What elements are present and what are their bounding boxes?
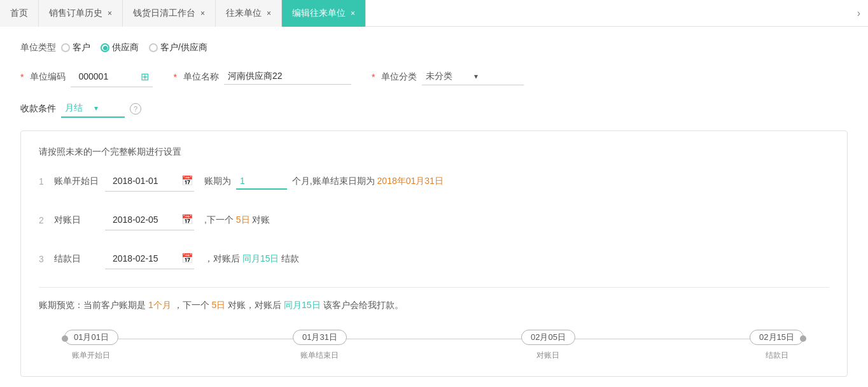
unit-name-label: 单位名称 — [183, 71, 219, 83]
radio-supplier-label: 供应商 — [112, 42, 139, 53]
unit-code-input[interactable] — [74, 69, 138, 84]
unit-code-icon[interactable]: ⊞ — [141, 71, 149, 83]
unit-category-select[interactable]: 未分类 ▾ — [422, 68, 524, 85]
start-date-input-wrapper: 📅 — [105, 171, 194, 192]
row2-desc: ,下一个 5日 对账 — [204, 215, 270, 226]
preview-suffix: 该客户会给我打款。 — [323, 300, 403, 310]
unit-type-field: 单位类型 客户 供应商 客户/供应商 — [20, 42, 207, 53]
settle-date-calendar-icon[interactable]: 📅 — [181, 253, 193, 264]
unit-category-value: 未分类 — [426, 71, 472, 82]
grid-num-2: 2 — [39, 215, 54, 225]
reconcile-date-input[interactable] — [109, 212, 179, 227]
timeline-label-4: 结款日 — [766, 350, 788, 361]
preview-h3: 同月15日 — [284, 300, 321, 310]
timeline-container: 01月01日 账单开始日 01月31日 账单结束日 02月05日 对账日 02月… — [39, 330, 829, 361]
payment-condition-chevron-icon: ▾ — [94, 104, 121, 113]
card-title: 请按照未来的一个完整帐期进行设置 — [39, 146, 829, 158]
preview-prefix: 账期预览：当前客户账期是 — [39, 300, 146, 310]
unit-code-field: * 单位编码 ⊞ — [20, 66, 153, 87]
grid-num-1: 1 — [39, 176, 54, 186]
timeline-label-2: 账单结束日 — [300, 350, 339, 361]
close-sales-history-icon[interactable]: × — [108, 9, 112, 18]
row3-desc-after: 结款 — [281, 253, 299, 264]
unit-category-field: * 单位分类 未分类 ▾ — [372, 68, 524, 85]
tab-cash-work[interactable]: 钱货日清工作台 × — [123, 0, 216, 27]
unit-type-radio-group: 客户 供应商 客户/供应商 — [61, 42, 207, 53]
tab-edit-contact-label: 编辑往来单位 — [292, 8, 346, 19]
content-area: 单位类型 客户 供应商 客户/供应商 * 单位编码 — [0, 27, 868, 387]
grid-label-1: 账单开始日 — [54, 176, 105, 187]
timeline-pill-1: 01月01日 — [64, 330, 118, 345]
unit-info-row: * 单位编码 ⊞ * 单位名称 * 单位分类 未分类 ▾ — [20, 66, 848, 87]
timeline-pill-2: 01月31日 — [293, 330, 347, 345]
tab-sales-history[interactable]: 销售订单历史 × — [39, 0, 123, 27]
payment-condition-row: 收款条件 月结 ▾ ? — [20, 100, 848, 118]
payment-condition-value: 月结 — [65, 102, 92, 114]
radio-customer-circle — [61, 43, 70, 52]
close-cash-work-icon[interactable]: × — [200, 9, 205, 18]
unit-name-input[interactable] — [224, 69, 351, 85]
tab-home[interactable]: 首页 — [0, 0, 39, 27]
row3-highlight: 同月15日 — [242, 253, 279, 264]
unit-code-label: 单位编码 — [30, 71, 66, 83]
tab-sales-history-label: 销售订单历史 — [49, 8, 102, 19]
payment-condition-label: 收款条件 — [20, 103, 56, 115]
timeline-right-dot — [800, 335, 806, 342]
grid-num-3: 3 — [39, 254, 54, 264]
payment-condition-select[interactable]: 月结 ▾ — [61, 100, 125, 118]
unit-type-row: 单位类型 客户 供应商 客户/供应商 — [20, 42, 848, 53]
preview-text: 账期预览：当前客户账期是 1个月 ，下一个 5日 对账，对账后 同月15日 该客… — [39, 298, 829, 312]
radio-supplier-circle — [101, 43, 109, 52]
row3-desc: ，对账后 同月15日 结款 — [204, 253, 299, 265]
radio-both-label: 客户/供应商 — [160, 42, 207, 53]
start-date-calendar-icon[interactable]: 📅 — [181, 175, 193, 186]
help-icon[interactable]: ? — [130, 103, 141, 115]
unit-name-field: * 单位名称 — [173, 69, 351, 85]
timeline-pill-3: 02月05日 — [521, 330, 575, 345]
unit-category-required: * — [372, 72, 375, 82]
row3-desc-before: ，对账后 — [204, 253, 240, 264]
radio-both[interactable]: 客户/供应商 — [149, 42, 207, 53]
row1-desc: 账期为 个月,账单结束日期为 2018年01月31日 — [204, 173, 444, 190]
timeline-label-1: 账单开始日 — [72, 350, 110, 361]
timeline-node-1: 01月01日 账单开始日 — [64, 330, 118, 361]
unit-type-label: 单位类型 — [20, 42, 56, 53]
close-edit-contact-icon[interactable]: × — [351, 9, 355, 18]
settle-date-input[interactable] — [109, 251, 179, 266]
unit-code-input-wrapper: ⊞ — [71, 66, 153, 87]
row1-end-date-highlight: 2018年01月31日 — [377, 175, 444, 185]
timeline-node-2: 01月31日 账单结束日 — [293, 330, 347, 361]
tabs-more-button[interactable]: › — [850, 8, 868, 19]
timeline-node-4: 02月15日 结款日 — [750, 330, 804, 361]
period-input[interactable] — [236, 173, 274, 188]
preview-h1: 1个月 — [148, 300, 171, 310]
settings-card: 请按照未来的一个完整帐期进行设置 1 账单开始日 📅 账期为 个月,账单结束日期… — [20, 130, 848, 377]
start-date-input[interactable] — [109, 173, 179, 188]
grid-row-2: 2 对账日 📅 ,下一个 5日 对账 — [39, 209, 829, 230]
reconcile-date-calendar-icon[interactable]: 📅 — [181, 214, 193, 225]
preview-m1: ，下一个 — [174, 300, 209, 310]
grid-row-3: 3 结款日 📅 ，对账后 同月15日 结款 — [39, 248, 829, 269]
timeline-label-3: 对账日 — [536, 350, 559, 361]
tab-edit-contact[interactable]: 编辑往来单位 × — [282, 0, 366, 27]
radio-both-circle — [149, 43, 158, 52]
settle-date-input-wrapper: 📅 — [105, 248, 194, 269]
timeline-node-3: 02月05日 对账日 — [521, 330, 575, 361]
unit-category-chevron-icon: ▾ — [474, 72, 520, 81]
tab-contact-unit[interactable]: 往来单位 × — [216, 0, 282, 27]
unit-name-required: * — [173, 72, 176, 82]
preview-m2: 对账，对账后 — [228, 300, 281, 310]
grid-label-2: 对账日 — [54, 215, 105, 226]
unit-code-required: * — [20, 72, 24, 82]
reconcile-date-input-wrapper: 📅 — [105, 209, 194, 230]
row2-desc-before: ,下一个 — [204, 215, 234, 225]
close-contact-unit-icon[interactable]: × — [267, 9, 271, 18]
preview-section: 账期预览：当前客户账期是 1个月 ，下一个 5日 对账，对账后 同月15日 该客… — [39, 287, 829, 361]
tab-home-label: 首页 — [10, 8, 28, 19]
radio-customer[interactable]: 客户 — [61, 42, 90, 53]
tab-cash-work-label: 钱货日清工作台 — [133, 8, 195, 19]
grid-row-1: 1 账单开始日 📅 账期为 个月,账单结束日期为 2018年01月31日 — [39, 171, 829, 192]
grid-label-3: 结款日 — [54, 253, 105, 265]
radio-supplier[interactable]: 供应商 — [101, 42, 139, 53]
unit-category-label: 单位分类 — [381, 71, 417, 83]
